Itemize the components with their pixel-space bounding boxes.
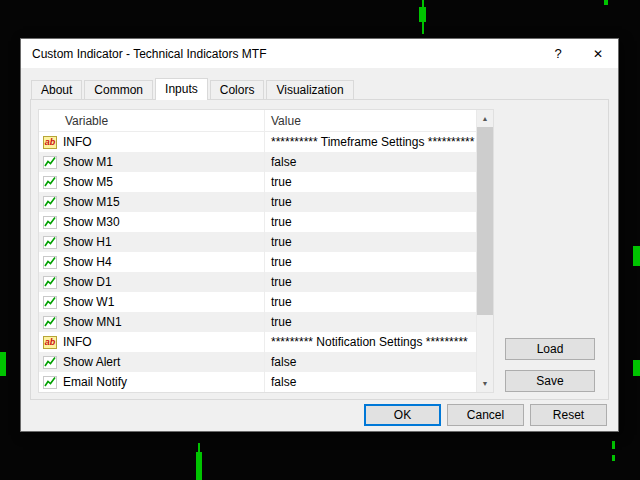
value-cell[interactable]: true [265,312,476,332]
variable-cell: Show M5 [39,172,265,192]
chart-candle-decoration [612,441,615,449]
chart-candle-decoration [0,352,6,376]
table-row[interactable]: Show Alertfalse [39,352,476,372]
chart-param-icon [43,356,57,369]
variable-name: INFO [63,335,92,349]
table-header: Variable Value [39,110,493,132]
table-row[interactable]: Email Notifyfalse [39,372,476,392]
table-row[interactable]: abINFO********* Notification Settings **… [39,332,476,352]
tab-colors[interactable]: Colors [210,80,265,99]
inputs-tab-panel: Variable Value abINFO********** Timefram… [30,99,609,400]
chart-param-icon [43,276,57,289]
table-row[interactable]: Show M30true [39,212,476,232]
tab-about[interactable]: About [31,80,82,99]
value-cell[interactable]: true [265,272,476,292]
scroll-down-icon[interactable]: ▼ [477,375,493,392]
chart-param-icon [43,156,57,169]
dialog-window: Custom Indicator - Technical Indicators … [20,38,619,432]
save-button[interactable]: Save [505,370,595,392]
variable-cell: Show H1 [39,232,265,252]
chart-param-icon [43,176,57,189]
value-cell[interactable]: false [265,352,476,372]
variable-cell: Email Notify [39,372,265,392]
table-row[interactable]: Show W1true [39,292,476,312]
value-cell[interactable]: true [265,292,476,312]
chart-param-icon [43,236,57,249]
value-cell[interactable]: false [265,152,476,172]
variable-name: Show MN1 [63,315,122,329]
title-bar[interactable]: Custom Indicator - Technical Indicators … [21,39,618,68]
table-row[interactable]: Show H1true [39,232,476,252]
help-button[interactable]: ? [538,39,578,68]
variable-name: Show M5 [63,175,113,189]
cancel-button[interactable]: Cancel [447,404,524,426]
footer-button-bar: OK Cancel Reset [21,398,618,431]
close-button[interactable]: ✕ [578,39,618,68]
scrollbar-track[interactable] [477,127,493,375]
text-param-icon: ab [43,336,57,349]
table-row[interactable]: Show D1true [39,272,476,292]
variable-name: Show Alert [63,355,120,369]
variable-cell: Show M30 [39,212,265,232]
variable-cell: Show MN1 [39,312,265,332]
tab-inputs[interactable]: Inputs [155,78,208,100]
variable-name: Show M1 [63,155,113,169]
vertical-scrollbar[interactable]: ▲ ▼ [476,110,493,392]
chart-candle-decoration [604,0,608,5]
chart-param-icon [43,296,57,309]
chart-param-icon [43,216,57,229]
chart-param-icon [43,256,57,269]
parameters-table: Variable Value abINFO********** Timefram… [38,109,494,393]
scroll-up-icon[interactable]: ▲ [477,110,493,127]
reset-button[interactable]: Reset [530,404,607,426]
variable-cell: Show M1 [39,152,265,172]
load-button[interactable]: Load [505,338,595,360]
table-row[interactable]: Show MN1true [39,312,476,332]
chart-param-icon [43,376,57,389]
value-cell[interactable]: ********** Timeframe Settings ********** [265,132,476,152]
chart-candle-decoration [419,7,426,22]
variable-cell: abINFO [39,132,265,152]
variable-cell: Show Alert [39,352,265,372]
table-row[interactable]: abINFO********** Timeframe Settings ****… [39,132,476,152]
value-cell[interactable]: false [265,372,476,392]
column-header-variable: Variable [39,110,265,131]
value-cell[interactable]: true [265,192,476,212]
variable-cell: Show M15 [39,192,265,212]
value-cell[interactable]: true [265,212,476,232]
variable-name: Show W1 [63,295,114,309]
tab-common[interactable]: Common [84,80,153,99]
chart-param-icon [43,316,57,329]
variable-name: Show D1 [63,275,112,289]
tab-visualization[interactable]: Visualization [266,80,353,99]
ok-button[interactable]: OK [364,404,441,426]
scrollbar-thumb[interactable] [477,127,493,315]
desktop-background: Custom Indicator - Technical Indicators … [0,0,640,480]
variable-cell: Show H4 [39,252,265,272]
table-body: abINFO********** Timeframe Settings ****… [39,132,493,392]
variable-name: INFO [63,135,92,149]
value-cell[interactable]: ********* Notification Settings ********… [265,332,476,352]
value-cell[interactable]: true [265,172,476,192]
table-row[interactable]: Show H4true [39,252,476,272]
variable-name: Show M15 [63,195,120,209]
tab-strip: AboutCommonInputsColorsVisualization [31,78,618,99]
variable-cell: Show W1 [39,292,265,312]
variable-cell: Show D1 [39,272,265,292]
value-cell[interactable]: true [265,232,476,252]
variable-cell: abINFO [39,332,265,352]
chart-candle-decoration [633,246,640,266]
table-row[interactable]: Show M15true [39,192,476,212]
variable-name: Email Notify [63,375,127,389]
chart-candle-decoration [612,455,615,461]
chart-candle-decoration [196,452,202,480]
table-row[interactable]: Show M5true [39,172,476,192]
chart-param-icon [43,196,57,209]
side-button-group: Load Save [505,338,595,392]
value-cell[interactable]: true [265,252,476,272]
variable-name: Show H1 [63,235,112,249]
column-header-value: Value [265,110,476,131]
window-title: Custom Indicator - Technical Indicators … [21,47,538,61]
table-row[interactable]: Show M1false [39,152,476,172]
chart-candle-decoration [633,360,640,376]
